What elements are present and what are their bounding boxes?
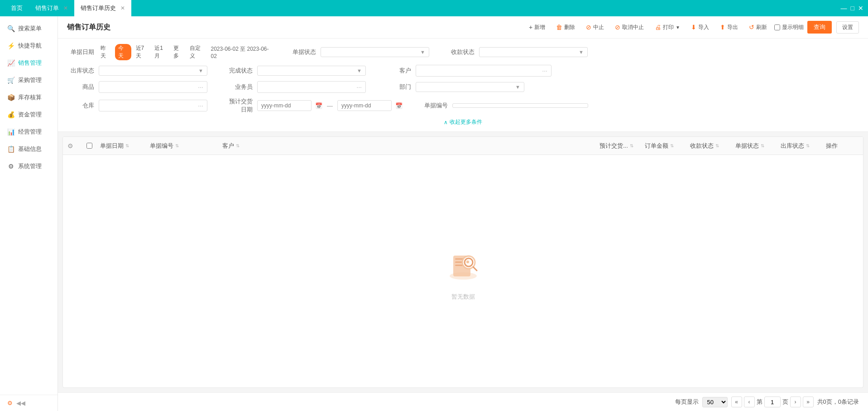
customer-input[interactable]: ··· — [416, 65, 859, 77]
refresh-icon: ↺ — [749, 24, 754, 31]
product-input[interactable]: ··· — [99, 81, 207, 93]
show-detail-checkbox[interactable] — [774, 24, 780, 30]
sidebar-item-basic[interactable]: 📋 基础信息 — [0, 140, 58, 158]
payment-status-select[interactable]: ▼ — [479, 47, 588, 57]
prev-page-button[interactable]: ‹ — [744, 396, 755, 407]
page-navigation: « ‹ 第 页 › » — [731, 396, 814, 407]
warehouse-ellipsis-icon[interactable]: ··· — [198, 102, 203, 109]
delivery-date-start[interactable] — [257, 100, 312, 111]
select-all-checkbox[interactable] — [86, 143, 92, 149]
filter-row-1: 单据日期 昨天 今天 近7天 近1月 更多 自定义 2023-06-02 至 2… — [67, 44, 859, 60]
tab-sales-order-history[interactable]: 销售订单历史 ✕ — [74, 0, 131, 16]
pagination: 每页显示 50 10 20 100 « ‹ 第 页 › » 共0页，0条记录 — [58, 392, 868, 411]
settings-gear-icon[interactable]: ⚙ — [7, 400, 13, 406]
salesperson-input[interactable]: ··· — [257, 81, 366, 93]
sidebar-item-sales[interactable]: 📈 销售管理 — [0, 54, 58, 72]
shortcut-icon: ⚡ — [7, 42, 14, 49]
delete-button[interactable]: 🗑 删除 — [552, 22, 579, 33]
tab-close-history[interactable]: ✕ — [120, 5, 125, 11]
th-order-status-label: 单据状态 — [735, 142, 759, 150]
finance-icon: 💰 — [7, 111, 14, 118]
complete-status-arrow-icon: ▼ — [357, 68, 362, 73]
complete-status-select[interactable]: ▼ — [257, 66, 366, 76]
sidebar-item-finance[interactable]: 💰 资金管理 — [0, 106, 58, 123]
filter-row-4: 仓库 ··· 预计交货日期 📅 — 📅 单据编号 — [67, 97, 859, 114]
sidebar-item-shortcut[interactable]: ⚡ 快捷导航 — [0, 37, 58, 54]
print-button[interactable]: 🖨 打印 ▼ — [651, 22, 684, 33]
first-page-button[interactable]: « — [731, 396, 742, 407]
query-button[interactable]: 查询 — [807, 21, 832, 34]
th-delivery[interactable]: 预计交货... ⇅ — [596, 142, 641, 150]
th-num[interactable]: 单据编号 ⇅ — [146, 142, 219, 150]
out-status-label: 出库状态 — [67, 67, 99, 75]
export-button[interactable]: ⬆ 导出 — [716, 22, 742, 33]
out-status-select[interactable]: ▼ — [99, 66, 207, 76]
close-btn[interactable]: ✕ — [858, 5, 863, 12]
order-status-label: 单据状态 — [289, 48, 321, 56]
delivery-date-end[interactable] — [337, 100, 392, 111]
warehouse-input[interactable]: ··· — [99, 100, 207, 111]
svg-point-8 — [466, 261, 469, 263]
column-settings-icon[interactable]: ⚙ — [67, 142, 82, 150]
collapse-up-icon: ∧ — [444, 119, 448, 126]
order-status-arrow-icon: ▼ — [420, 49, 425, 55]
th-action: 操作 — [822, 142, 858, 150]
setting-button[interactable]: 设置 — [836, 21, 859, 34]
select-all-checkbox-header[interactable] — [82, 143, 96, 149]
maximize-btn[interactable]: □ — [851, 5, 854, 12]
th-delivery-label: 预计交货... — [599, 142, 628, 150]
stop-button[interactable]: ⊘ 中止 — [582, 22, 608, 33]
th-date[interactable]: 单据日期 ⇅ — [96, 142, 146, 150]
order-num-label: 单据编号 — [421, 102, 452, 110]
delete-icon: 🗑 — [556, 24, 562, 31]
calendar-start-icon[interactable]: 📅 — [315, 102, 322, 109]
salesperson-label: 业务员 — [225, 83, 257, 91]
out-status-arrow-icon: ▼ — [198, 68, 203, 73]
customer-ellipsis-icon[interactable]: ··· — [542, 67, 547, 74]
cancel-stop-icon: ⊘ — [615, 24, 620, 31]
cancel-stop-button[interactable]: ⊘ 取消中止 — [611, 22, 647, 33]
sidebar-item-search[interactable]: 🔍 搜索菜单 — [0, 20, 58, 37]
tab-home[interactable]: 首页 — [5, 0, 29, 16]
tab-sales-order[interactable]: 销售订单 ✕ — [29, 0, 74, 16]
th-order-status-sort-icon: ⇅ — [761, 143, 764, 148]
date-tab-more[interactable]: 更多 — [172, 44, 185, 60]
tab-close-sales[interactable]: ✕ — [63, 5, 68, 11]
warehouse-label: 仓库 — [67, 102, 99, 110]
th-pay-status[interactable]: 收款状态 ⇅ — [686, 142, 732, 150]
new-button[interactable]: + 新增 — [525, 22, 549, 33]
sidebar-item-system[interactable]: ⚙ 系统管理 — [0, 158, 58, 175]
date-tab-today[interactable]: 今天 — [115, 44, 131, 60]
sidebar-collapse-icon[interactable]: ◀◀ — [16, 400, 25, 406]
sidebar: 🔍 搜索菜单 ⚡ 快捷导航 📈 销售管理 🛒 采购管理 📦 库存核算 💰 资金管… — [0, 16, 58, 411]
refresh-button[interactable]: ↺ 刷新 — [745, 22, 771, 33]
svg-line-7 — [473, 267, 477, 271]
show-detail-checkbox-label[interactable]: 显示明细 — [774, 24, 804, 31]
empty-icon — [441, 242, 486, 287]
department-select[interactable]: ▼ — [416, 82, 524, 92]
order-num-input[interactable] — [452, 103, 859, 108]
date-tab-yesterday[interactable]: 昨天 — [99, 44, 112, 60]
next-page-button[interactable]: › — [790, 396, 801, 407]
th-order-status[interactable]: 单据状态 ⇅ — [732, 142, 777, 150]
product-ellipsis-icon[interactable]: ··· — [198, 83, 203, 91]
date-tab-1month[interactable]: 近1月 — [153, 44, 169, 60]
sidebar-item-operations[interactable]: 📊 经营管理 — [0, 123, 58, 140]
date-tab-7days[interactable]: 近7天 — [134, 44, 150, 60]
minimize-btn[interactable]: — — [841, 5, 847, 12]
sidebar-item-purchase[interactable]: 🛒 采购管理 — [0, 72, 58, 89]
last-page-button[interactable]: » — [803, 396, 814, 407]
th-customer[interactable]: 客户 ⇅ — [219, 142, 596, 150]
salesperson-ellipsis-icon[interactable]: ··· — [356, 83, 362, 91]
collapse-filters[interactable]: ∧ 收起更多条件 — [67, 118, 859, 126]
page-size-select[interactable]: 50 10 20 100 — [702, 397, 728, 407]
order-status-select[interactable]: ▼ — [321, 47, 429, 57]
th-amount[interactable]: 订单金额 ⇅ — [641, 142, 686, 150]
th-out-status[interactable]: 出库状态 ⇅ — [777, 142, 822, 150]
empty-text: 暂无数据 — [451, 293, 475, 301]
page-number-input[interactable] — [764, 396, 781, 407]
date-tab-custom[interactable]: 自定义 — [188, 44, 206, 60]
calendar-end-icon[interactable]: 📅 — [395, 102, 403, 109]
sidebar-item-inventory[interactable]: 📦 库存核算 — [0, 89, 58, 106]
import-button[interactable]: ⬇ 导入 — [687, 22, 713, 33]
